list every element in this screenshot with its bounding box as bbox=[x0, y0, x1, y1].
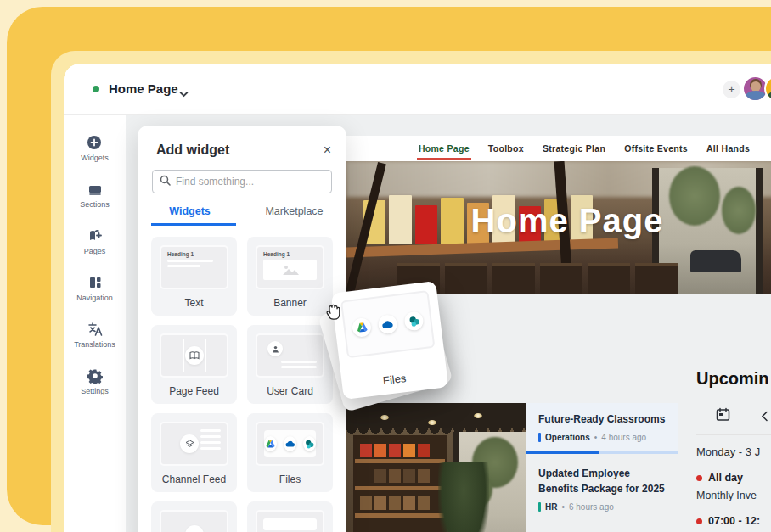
news-item[interactable]: Updated Employee Benefits Package for 20… bbox=[526, 457, 678, 520]
widget-card-label: User Card bbox=[247, 385, 333, 397]
page-title: Home Page bbox=[109, 81, 178, 96]
sidebar-item-label: Pages bbox=[84, 247, 106, 255]
files-widget-preview bbox=[256, 422, 324, 466]
widget-preview bbox=[160, 510, 228, 532]
sidebar-item-translations[interactable]: Translations bbox=[74, 322, 115, 349]
channel-feed-widget-preview bbox=[160, 422, 228, 466]
widget-card-files[interactable]: Files bbox=[247, 413, 333, 492]
files-widget-preview bbox=[340, 290, 436, 358]
events-date: Monday - 3 J bbox=[696, 445, 771, 458]
event-item[interactable]: All day Monthly Inve bbox=[696, 472, 771, 501]
panel-title: Add widget bbox=[156, 143, 229, 158]
add-collaborator-button[interactable]: + bbox=[723, 81, 740, 98]
widget-card-partial[interactable] bbox=[247, 501, 333, 532]
search-input[interactable] bbox=[176, 176, 324, 188]
sidebar-item-navigation[interactable]: Navigation bbox=[76, 275, 113, 302]
widget-card-banner[interactable]: Heading 1 Banner bbox=[247, 237, 333, 316]
bullet-separator: • bbox=[561, 502, 565, 512]
sidebar-item-label: Navigation bbox=[76, 294, 113, 302]
news-category: Operations bbox=[545, 433, 590, 442]
calendar-icon[interactable] bbox=[716, 407, 730, 425]
events-heading: Upcomin bbox=[696, 369, 771, 389]
site-tab-toolbox[interactable]: Toolbox bbox=[488, 137, 524, 160]
event-dot bbox=[696, 475, 702, 481]
pages-icon bbox=[87, 228, 103, 244]
sidebar-item-label: Settings bbox=[81, 387, 109, 395]
widget-card-channel-feed[interactable]: Channel Feed bbox=[151, 413, 237, 492]
plus-circle-icon bbox=[87, 135, 102, 150]
category-color-bar bbox=[538, 502, 541, 512]
chevron-left-icon[interactable] bbox=[761, 410, 768, 425]
google-drive-icon bbox=[352, 317, 373, 339]
event-title: Monthly Inve bbox=[696, 490, 771, 501]
widget-card-label: Files bbox=[247, 473, 333, 485]
preview-heading: Heading 1 bbox=[161, 247, 227, 257]
active-tab-underline bbox=[151, 223, 236, 226]
widget-card-page-feed[interactable]: Page Feed bbox=[151, 325, 237, 404]
news-progress-bar bbox=[526, 451, 678, 454]
gear-icon bbox=[87, 368, 103, 384]
photo-crates bbox=[397, 255, 678, 294]
sidebar-item-widgets[interactable]: Widgets bbox=[81, 135, 109, 162]
navigation-layout-icon bbox=[87, 275, 103, 290]
onedrive-icon bbox=[377, 314, 398, 335]
bullet-separator: • bbox=[594, 433, 598, 442]
news-item[interactable]: Future-Ready Classrooms Operations • 4 h… bbox=[526, 403, 678, 451]
grab-hand-cursor bbox=[324, 301, 342, 325]
widget-card-label: Page Feed bbox=[151, 385, 237, 397]
news-title: Future-Ready Classrooms bbox=[538, 412, 667, 427]
top-bar: Home Page + bbox=[64, 64, 771, 115]
onedrive-icon bbox=[284, 436, 296, 451]
layers-icon bbox=[180, 434, 199, 453]
sharepoint-icon bbox=[303, 436, 316, 451]
sidebar-item-sections[interactable]: Sections bbox=[80, 182, 110, 209]
sidebar-item-label: Sections bbox=[80, 200, 110, 209]
search-icon bbox=[160, 174, 171, 189]
hero-title: Home Page bbox=[346, 202, 771, 240]
news-title: Updated Employee Benefits Package for 20… bbox=[538, 467, 667, 496]
news-category: HR bbox=[545, 502, 557, 512]
avatar-shirt bbox=[746, 91, 766, 102]
site-tab-offsite-events[interactable]: Offsite Events bbox=[624, 137, 688, 160]
book-icon bbox=[185, 346, 204, 365]
translate-icon bbox=[87, 322, 103, 337]
text-widget-preview: Heading 1 bbox=[160, 245, 228, 289]
dragged-files-card[interactable]: Files bbox=[331, 281, 448, 400]
sidebar-item-label: Widgets bbox=[81, 154, 109, 162]
google-drive-icon bbox=[264, 436, 277, 451]
widget-card-label: Text bbox=[151, 297, 237, 309]
tab-marketplace[interactable]: Marketplace bbox=[242, 205, 346, 226]
preview-heading: Heading 1 bbox=[257, 247, 323, 257]
widget-card-user-card[interactable]: User Card bbox=[247, 325, 333, 404]
person-icon bbox=[267, 341, 283, 356]
sidebar-item-pages[interactable]: Pages bbox=[84, 228, 106, 255]
published-status-dot bbox=[93, 86, 99, 92]
news-item[interactable]: New Customer Service Training Module Ava… bbox=[526, 522, 678, 532]
user-card-widget-preview bbox=[256, 333, 324, 378]
widget-card-grid: Heading 1 Text Heading 1 Banner bbox=[138, 226, 346, 532]
widget-card-text[interactable]: Heading 1 Text bbox=[151, 237, 237, 316]
section-photo: elines bbox=[346, 403, 526, 532]
news-time: 6 hours ago bbox=[569, 502, 614, 512]
page-feed-widget-preview bbox=[160, 333, 228, 378]
drag-card-label: Files bbox=[341, 367, 447, 392]
hero-banner-photo: Home Page bbox=[346, 161, 771, 294]
chevron-down-icon[interactable] bbox=[179, 86, 189, 101]
avatar-shirt bbox=[768, 91, 771, 102]
widget-card-partial[interactable] bbox=[151, 501, 237, 532]
site-tab-home-page[interactable]: Home Page bbox=[419, 137, 470, 160]
widget-search[interactable] bbox=[152, 170, 332, 193]
sidebar-item-settings[interactable]: Settings bbox=[81, 368, 109, 395]
event-item[interactable]: 07:00 - 12: New Employe bbox=[696, 515, 771, 532]
site-tab-strategic-plan[interactable]: Strategic Plan bbox=[543, 137, 605, 160]
panel-tabs: Widgets Marketplace bbox=[138, 205, 346, 226]
close-icon[interactable]: × bbox=[324, 143, 331, 157]
site-tab-all-hands[interactable]: All Hands bbox=[706, 137, 750, 160]
editor-sidebar: Widgets Sections Pages Navigation bbox=[64, 115, 126, 532]
section-icon bbox=[87, 182, 103, 197]
screen: Home Page + Widgets Sections bbox=[0, 0, 771, 532]
widget-preview bbox=[256, 510, 324, 532]
sidebar-item-label: Translations bbox=[74, 340, 115, 349]
sharepoint-icon bbox=[403, 311, 425, 332]
divider bbox=[696, 434, 771, 435]
